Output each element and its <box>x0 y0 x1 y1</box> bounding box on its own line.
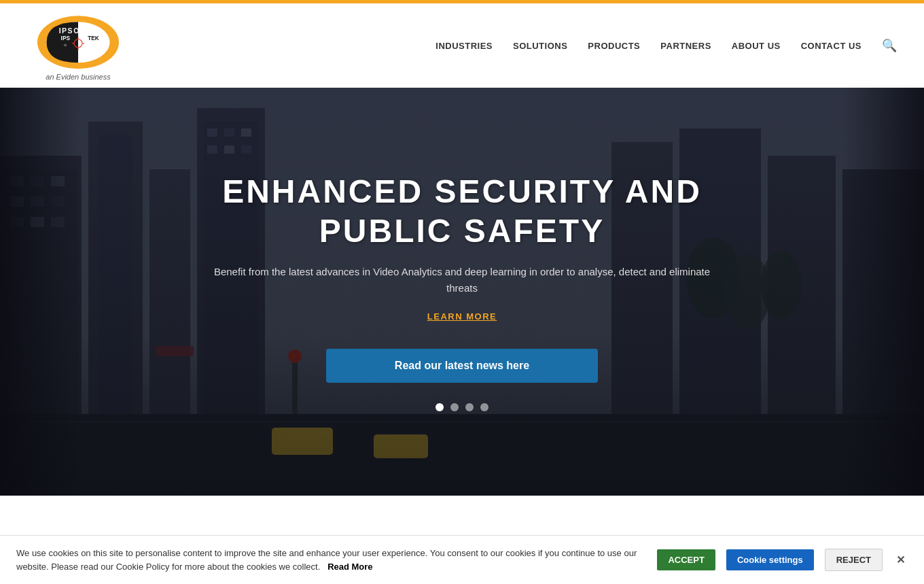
hero-content: ENHANCED SECURITY AND PUBLIC SAFETY Bene… <box>190 172 734 411</box>
nav-industries[interactable]: INDUSTRIES <box>436 41 493 51</box>
nav-products[interactable]: PRODUCTS <box>588 41 640 51</box>
svg-text:TEK: TEK <box>88 35 99 41</box>
nav-solutions[interactable]: SOLUTIONS <box>513 41 567 51</box>
carousel-dots <box>204 403 720 411</box>
svg-text:⊙: ⊙ <box>64 43 67 47</box>
search-icon: 🔍 <box>882 39 897 52</box>
logo-tagline: an Eviden business <box>46 73 110 81</box>
svg-text:IPSOTEK: IPSOTEK <box>59 27 98 35</box>
search-button[interactable]: 🔍 <box>882 38 897 53</box>
nav-partners[interactable]: PARTNERS <box>660 41 711 51</box>
nav-contact-us[interactable]: CONTACT US <box>801 41 861 51</box>
hero-subtitle: Benefit from the latest advances in Vide… <box>204 264 720 296</box>
nav-about-us[interactable]: ABOUT US <box>732 41 781 51</box>
carousel-dot-2[interactable] <box>450 403 459 411</box>
logo-area[interactable]: IPS ⊙ TEK IPSOTEK an Eviden business <box>27 10 129 81</box>
carousel-dot-1[interactable] <box>436 403 444 411</box>
logo-svg: IPS ⊙ TEK IPSOTEK <box>27 10 129 71</box>
carousel-dot-4[interactable] <box>480 403 488 411</box>
hero-title: ENHANCED SECURITY AND PUBLIC SAFETY <box>204 172 720 250</box>
svg-text:IPS: IPS <box>61 35 71 41</box>
learn-more-link[interactable]: LEARN MORE <box>427 311 497 322</box>
hero-section: ENHANCED SECURITY AND PUBLIC SAFETY Bene… <box>0 88 924 496</box>
carousel-dot-3[interactable] <box>465 403 474 411</box>
site-header: IPS ⊙ TEK IPSOTEK an Eviden business IND… <box>0 3 924 88</box>
main-nav: INDUSTRIES SOLUTIONS PRODUCTS PARTNERS A… <box>436 38 897 53</box>
news-button[interactable]: Read our latest news here <box>326 349 598 383</box>
